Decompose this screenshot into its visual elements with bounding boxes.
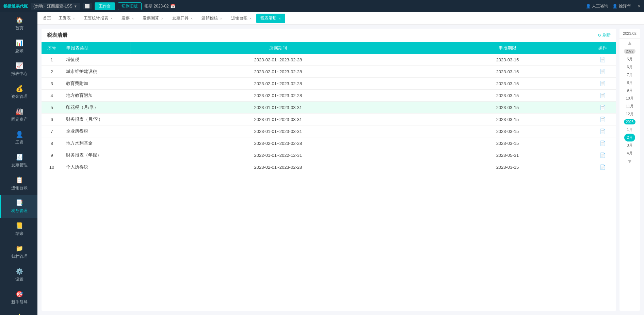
action-doc-icon[interactable]: 📄 (600, 105, 606, 110)
tab-home[interactable]: 首页 (40, 15, 54, 21)
action-doc-icon[interactable]: 📄 (600, 140, 606, 146)
sidebar-item-newbie[interactable]: 🎯 新手引导 (0, 286, 37, 309)
table-row: 1 增值税 2023-02-01~2023-02-28 2023-03-15 📄 (42, 54, 616, 66)
sidebar-label-newbie: 新手引导 (11, 299, 28, 305)
cell-action[interactable]: 📄 (589, 54, 616, 66)
action-doc-icon[interactable]: 📄 (600, 69, 606, 74)
sidebar-item-payroll[interactable]: 👤 工资 (0, 126, 37, 149)
timeline-up-nav[interactable]: ▲ (627, 39, 632, 47)
cell-action[interactable]: 📄 (589, 137, 616, 149)
action-doc-icon[interactable]: 📄 (600, 117, 606, 122)
sidebar-item-tax[interactable]: 📑 税务管理 (0, 195, 37, 218)
action-doc-icon[interactable]: 📄 (600, 129, 606, 134)
cell-type: 教育费附加 (62, 78, 130, 90)
refresh-button[interactable]: ↻ 刷新 (598, 32, 611, 38)
cell-action[interactable]: 📄 (589, 102, 616, 114)
action-doc-icon[interactable]: 📄 (600, 57, 606, 62)
timeline-month-12[interactable]: 12月 (619, 110, 640, 118)
switch-old-button[interactable]: 切到旧版 (118, 2, 142, 10)
timeline-down-nav[interactable]: ▼ (627, 157, 632, 166)
cell-deadline: 2023-03-15 (426, 78, 589, 90)
tab-invoice-calc-close[interactable]: × (161, 16, 163, 20)
timeline-month-8[interactable]: 8月 (619, 79, 640, 87)
tab-invoice-close[interactable]: × (132, 16, 134, 20)
window-close-button[interactable]: × (638, 3, 641, 9)
sidebar-item-fixed-assets[interactable]: 🏭 固定资产 (0, 104, 37, 126)
timeline-month-10[interactable]: 10月 (619, 94, 640, 102)
sidebar-item-home[interactable]: 🏠 首页 (0, 12, 37, 35)
tab-tax-register-close[interactable]: × (279, 16, 281, 20)
timeline-month-11[interactable]: 11月 (619, 102, 640, 110)
timeline-year-2023[interactable]: 2023 (624, 119, 635, 124)
copy-icon-button[interactable]: ⬜ (83, 3, 92, 9)
cell-deadline: 2023-03-15 (426, 90, 589, 102)
sidebar-item-ledger[interactable]: 📊 总账 (0, 35, 37, 58)
action-doc-icon[interactable]: 📄 (600, 164, 606, 170)
tax-table: 序号 申报表类型 所属期间 申报期限 操作 1 增值税 2023-02-01~2… (42, 42, 616, 173)
timeline-year-2022[interactable]: 2022 (624, 49, 635, 54)
tab-purchase-ledger-close[interactable]: × (249, 16, 252, 20)
sidebar-item-member[interactable]: ⭐ 畅会员 (0, 309, 37, 315)
action-doc-icon[interactable]: 📄 (600, 93, 606, 98)
timeline-month-3[interactable]: 3月 (619, 141, 640, 149)
tab-invoice-issue[interactable]: 发票开具 × (168, 14, 197, 23)
tab-purchase-verify[interactable]: 进销稽核 × (197, 14, 226, 23)
tab-invoice[interactable]: 发票 × (117, 14, 138, 23)
tab-payroll[interactable]: 工资表 × (54, 14, 79, 23)
tab-payroll-stats[interactable]: 工资统计报表 × (80, 14, 116, 23)
tab-purchase-ledger[interactable]: 进销台账 × (227, 14, 256, 23)
help-button[interactable]: 👤 人工咨询 (586, 3, 608, 9)
sidebar-item-reports[interactable]: 📈 报表中心 (0, 58, 37, 81)
sidebar-label-funds: 资金管理 (11, 94, 28, 100)
timeline-month-5[interactable]: 5月 (619, 55, 640, 63)
cell-action[interactable]: 📄 (589, 149, 616, 161)
closing-icon: 📒 (16, 222, 23, 229)
timeline-month-9[interactable]: 9月 (619, 87, 640, 94)
table-container: 序号 申报表类型 所属期间 申报期限 操作 1 增值税 2023-02-01~2… (42, 42, 616, 311)
cell-action[interactable]: 📄 (589, 78, 616, 90)
sidebar-item-invoice[interactable]: 🧾 发票管理 (0, 149, 37, 172)
invoice-icon: 🧾 (16, 153, 23, 161)
user-profile[interactable]: 👤 徐泽华 (612, 3, 631, 9)
tab-purchase-ledger-label: 进销台账 (231, 15, 247, 21)
cell-type: 财务报表（月/季） (62, 114, 130, 125)
col-period: 所属期间 (130, 42, 426, 54)
panel-title: 税表清册 (47, 32, 67, 39)
cell-action[interactable]: 📄 (589, 125, 616, 137)
calendar-icon[interactable]: 📅 (170, 4, 175, 9)
cell-action[interactable]: 📄 (589, 90, 616, 102)
workbench-button[interactable]: 工作台 (95, 2, 115, 10)
company-selector[interactable]: (勿动）江西服查-LSS ▼ (31, 3, 80, 10)
cell-deadline: 2023-03-15 (426, 102, 589, 114)
action-doc-icon[interactable]: 📄 (600, 152, 606, 158)
tab-payroll-stats-close[interactable]: × (110, 16, 112, 20)
tab-tax-register[interactable]: 税表清册 × (256, 14, 285, 23)
tab-invoice-issue-close[interactable]: × (191, 16, 193, 20)
timeline-month-1[interactable]: 1月 (619, 126, 640, 134)
timeline-month-7[interactable]: 7月 (619, 71, 640, 79)
sidebar-item-purchase-sales[interactable]: 📋 进销台账 (0, 172, 37, 195)
period-value: 2023-02 (154, 4, 169, 9)
newbie-icon: 🎯 (16, 290, 23, 298)
sidebar-item-closing[interactable]: 📒 结账 (0, 218, 37, 241)
tab-invoice-label: 发票 (122, 15, 130, 21)
company-name: (勿动）江西服查-LSS (33, 3, 73, 9)
cell-period: 2023-01-01~2023-03-31 (130, 102, 426, 114)
tab-purchase-verify-close[interactable]: × (220, 16, 222, 20)
cell-period: 2023-02-01~2023-02-28 (130, 90, 426, 102)
sidebar-item-settings[interactable]: ⚙️ 设置 (0, 264, 37, 286)
sidebar-item-archive[interactable]: 📁 归档管理 (0, 241, 37, 264)
tab-purchase-verify-label: 进销稽核 (202, 15, 218, 21)
tab-payroll-close[interactable]: × (73, 16, 75, 20)
ledger-icon: 📊 (16, 39, 23, 47)
cell-action[interactable]: 📄 (589, 66, 616, 78)
sidebar-item-funds[interactable]: 💰 资金管理 (0, 81, 37, 104)
timeline-month-6[interactable]: 6月 (619, 63, 640, 71)
cell-action[interactable]: 📄 (589, 114, 616, 125)
action-doc-icon[interactable]: 📄 (600, 81, 606, 86)
cell-action[interactable]: 📄 (589, 161, 616, 173)
cell-type: 城市维护建设税 (62, 66, 130, 78)
tab-invoice-calc[interactable]: 发票测算 × (139, 14, 167, 23)
timeline-month-4[interactable]: 4月 (619, 149, 640, 157)
timeline-month-2-active[interactable]: 2月 (624, 134, 635, 141)
